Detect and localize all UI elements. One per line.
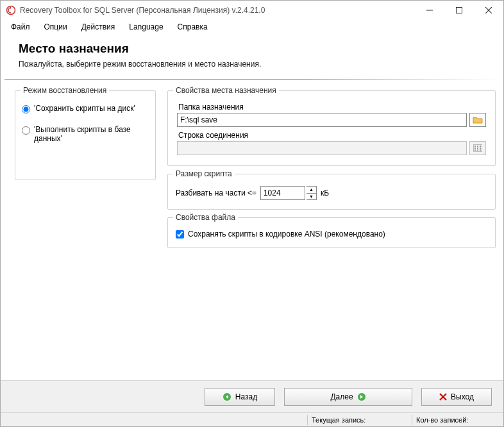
status-record-count: Кол-во записей: [416,416,500,424]
page-subtitle: Пожалуйста, выберите режим восстановлени… [19,60,485,69]
destination-folder-input[interactable] [177,113,467,127]
radio-save-scripts-label: 'Сохранить скрипты на диск' [34,104,135,113]
page-header: Место назначения Пожалуйста, выберите ре… [1,34,503,79]
page-title: Место назначения [19,42,485,56]
svg-rect-14 [480,149,481,151]
connection-string-input [177,141,467,155]
script-size-group: Размер скрипта Разбивать на части <= ▲ ▼… [167,174,496,210]
window-controls [415,1,503,20]
svg-rect-10 [477,147,478,149]
connection-string-label: Строка соединения [178,131,489,140]
close-icon [439,393,447,401]
svg-rect-9 [475,147,476,149]
menu-file[interactable]: Файл [4,21,37,33]
spinner-up-icon[interactable]: ▲ [307,187,316,194]
statusbar: Текущая запись: Кол-во записей: [1,412,503,426]
split-size-input[interactable] [260,186,305,200]
destination-folder-label: Папка назначения [178,103,489,112]
destination-properties-group: Свойства места назначения Папка назначен… [167,90,496,166]
menu-help[interactable]: Справка [171,21,214,33]
destination-properties-legend: Свойства места назначения [173,86,279,95]
back-button[interactable]: Назад [205,388,275,406]
header-divider [4,79,500,80]
menu-options[interactable]: Опции [38,21,74,33]
ansi-encoding-checkbox[interactable] [176,230,184,239]
svg-rect-13 [477,149,478,151]
minimize-button[interactable] [415,1,444,20]
radio-save-scripts[interactable]: 'Сохранить скрипты на диск' [22,104,149,113]
file-properties-group: Свойства файла Сохранять скрипты в кодир… [167,217,496,248]
ellipsis-icon [473,144,482,152]
radio-save-scripts-input[interactable] [22,105,30,113]
ansi-encoding-checkbox-row[interactable]: Сохранять скрипты в кодировке ANSI (реко… [174,227,489,241]
radio-exec-scripts[interactable]: 'Выполнить скрипты в базе данных' [22,125,149,143]
svg-rect-6 [475,146,476,147]
wizard-footer: Назад Далее Выход [1,380,503,412]
radio-exec-scripts-input[interactable] [22,126,30,135]
arrow-right-icon [357,392,366,401]
next-button[interactable]: Далее [284,388,412,406]
next-button-label: Далее [330,392,353,401]
menu-actions[interactable]: Действия [75,21,122,33]
split-size-spinner[interactable]: ▲ ▼ [307,186,317,200]
svg-rect-8 [480,146,481,147]
file-properties-legend: Свойства файла [173,213,238,222]
maximize-button[interactable] [444,1,474,20]
script-size-legend: Размер скрипта [173,169,235,178]
folder-icon [473,116,483,124]
radio-exec-scripts-label: 'Выполнить скрипты в базе данных' [34,125,149,143]
split-parts-label: Разбивать на части <= [176,188,256,197]
main-content: Режим восстановления 'Сохранить скрипты … [1,87,503,380]
spinner-down-icon[interactable]: ▼ [307,194,316,200]
app-icon [6,5,16,15]
recovery-mode-group: Режим восстановления 'Сохранить скрипты … [15,90,156,180]
svg-rect-7 [477,146,478,147]
close-button[interactable] [474,1,503,20]
split-size-unit: кБ [321,188,329,197]
menu-language[interactable]: Language [122,21,169,33]
svg-rect-11 [480,147,481,149]
svg-rect-2 [457,8,462,13]
arrow-left-icon [223,392,231,401]
svg-rect-12 [475,149,476,151]
recovery-mode-legend: Режим восстановления [21,86,109,95]
connection-builder-button [469,141,486,155]
titlebar: Recovery Toolbox for SQL Server (Персона… [1,1,503,20]
exit-button-label: Выход [451,392,474,401]
exit-button[interactable]: Выход [421,388,492,406]
back-button-label: Назад [235,392,257,401]
ansi-encoding-label: Сохранять скрипты в кодировке ANSI (реко… [188,230,385,239]
window-title: Recovery Toolbox for SQL Server (Персона… [20,6,415,15]
menubar: Файл Опции Действия Language Справка [1,20,503,34]
status-current-record: Текущая запись: [312,416,408,424]
browse-folder-button[interactable] [469,113,486,127]
